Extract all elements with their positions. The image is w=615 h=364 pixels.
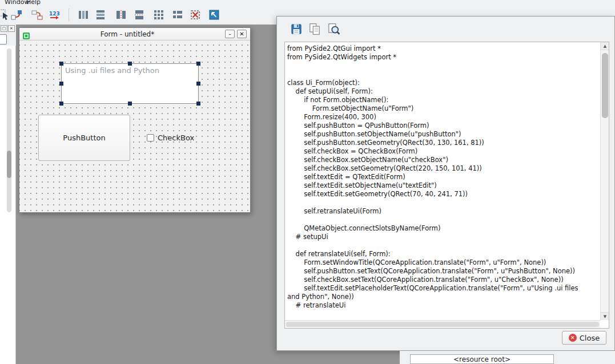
code-line: self.checkBox.setObjectName(u"checkBox") <box>287 156 600 164</box>
form-editor-window: Form - untitled* - ✕ Using .ui files and… <box>19 27 251 213</box>
dock-float-icon[interactable]: ▢ <box>1 25 7 32</box>
textedit-placeholder: Using .ui files and Python <box>62 64 198 77</box>
code-line: # setupUi <box>287 233 600 241</box>
minimize-button[interactable]: - <box>225 30 235 38</box>
code-view[interactable]: from PySide2.QtGui import *from PySide2.… <box>284 42 609 329</box>
selection-handle[interactable] <box>196 62 200 66</box>
qt-designer-window: Window Help 123 ▢ ✕ Form - untitled* - ✕… <box>0 0 615 364</box>
toolbar-separator <box>69 9 69 21</box>
code-line: # retranslateUi <box>287 301 600 310</box>
code-preview-dialog: from PySide2.QtGui import *from PySide2.… <box>276 16 615 351</box>
form-window-title: Form - untitled* <box>30 30 225 38</box>
menu-window[interactable]: Window <box>5 0 29 6</box>
pushbutton-label: PushButton <box>63 134 105 142</box>
code-line <box>287 241 600 250</box>
svg-text:123: 123 <box>49 11 60 17</box>
resource-root-label: <resource root> <box>453 355 511 363</box>
selection-handle[interactable] <box>128 102 132 106</box>
code-line: self.pushButton = QPushButton(Form) <box>287 122 600 130</box>
layout-grid-icon[interactable] <box>151 7 166 22</box>
code-line: Form.setObjectName(u"Form") <box>287 104 600 113</box>
selection-handle[interactable] <box>196 82 200 86</box>
tab-order-icon[interactable]: 123 <box>47 7 62 22</box>
resource-browser-panel: <resource root> <box>400 351 615 364</box>
code-line: QMetaObject.connectSlotsByName(Form) <box>287 224 600 233</box>
textedit-widget[interactable]: Using .ui files and Python <box>61 63 199 104</box>
edit-buddies-icon[interactable] <box>30 7 45 22</box>
code-line <box>287 62 600 70</box>
code-line: Form.setWindowTitle(QCoreApplication.tra… <box>287 258 600 267</box>
checkbox-widget[interactable]: CheckBox <box>147 126 204 149</box>
scroll-up-icon[interactable]: ▲ <box>601 42 609 50</box>
layout-horizontal-splitter-icon[interactable] <box>114 7 128 22</box>
layout-form-icon[interactable] <box>170 7 185 22</box>
horizontal-scrollbar[interactable] <box>285 320 600 328</box>
checkbox-indicator[interactable] <box>147 134 154 141</box>
code-line <box>287 199 600 207</box>
break-layout-icon[interactable] <box>188 7 203 22</box>
scrollbar-thumb[interactable] <box>602 53 608 118</box>
menubar: Window Help <box>0 0 615 5</box>
pushbutton-widget[interactable]: PushButton <box>38 115 130 161</box>
code-line: from PySide2.QtGui import * <box>287 45 600 53</box>
copy-icon[interactable] <box>307 22 322 37</box>
code-line: Form.resize(400, 300) <box>287 113 600 122</box>
code-line: self.checkBox.setGeometry(QRect(220, 150… <box>287 164 600 173</box>
code-line: self.checkBox = QCheckBox(Form) <box>287 147 600 156</box>
save-icon[interactable] <box>289 22 304 37</box>
resource-root-item[interactable]: <resource root> <box>410 354 554 364</box>
dialog-close-button[interactable]: ✕ Close <box>562 331 606 345</box>
form-canvas[interactable]: Using .ui files and Python PushButton Ch… <box>19 41 250 212</box>
adjust-size-icon[interactable] <box>207 7 222 22</box>
scrollbar-thumb[interactable] <box>7 151 11 178</box>
selection-handle[interactable] <box>128 62 132 66</box>
dialog-toolbar <box>277 17 614 39</box>
scroll-down-icon[interactable]: ▼ <box>601 312 609 320</box>
selection-handle[interactable] <box>59 102 63 106</box>
checkbox-label: CheckBox <box>158 134 194 142</box>
menu-help[interactable]: Help <box>26 0 41 6</box>
edit-signals-slots-icon[interactable] <box>9 7 24 22</box>
layout-horizontal-icon[interactable] <box>76 7 91 22</box>
code-line: def retranslateUi(self, Form): <box>287 250 600 258</box>
code-line: self.pushButton.setGeometry(QRect(30, 13… <box>287 139 600 147</box>
code-line: self.textEdit = QTextEdit(Form) <box>287 173 600 181</box>
dock-close-icon[interactable]: ✕ <box>8 25 15 32</box>
code-line: self.retranslateUi(Form) <box>287 207 600 216</box>
layout-vertical-icon[interactable] <box>93 7 108 22</box>
selection-handle[interactable] <box>59 62 63 66</box>
form-window-titlebar[interactable]: Form - untitled* - ✕ <box>19 28 250 41</box>
code-line: self.textEdit.setObjectName(u"textEdit") <box>287 181 600 190</box>
widget-filter-input[interactable] <box>0 34 7 45</box>
selection-handle[interactable] <box>59 82 63 86</box>
vertical-scrollbar[interactable]: ▲ ▼ <box>600 42 609 320</box>
code-line <box>287 70 600 79</box>
code-line: class Ui_Form(object): <box>287 79 600 87</box>
scrollbar-thumb[interactable] <box>286 322 599 327</box>
widget-box-panel: ▢ ✕ <box>0 25 16 364</box>
find-icon[interactable] <box>326 22 341 37</box>
code-text: from PySide2.QtGui import *from PySide2.… <box>285 45 600 319</box>
form-window-icon <box>23 31 30 38</box>
code-line: def setupUi(self, Form): <box>287 87 600 96</box>
code-line: self.pushButton.setText(QCoreApplication… <box>287 267 600 276</box>
code-line: if not Form.objectName(): <box>287 96 600 104</box>
code-line: self.textEdit.setPlaceholderText(QCoreAp… <box>287 284 600 293</box>
widget-box-scrollbar[interactable] <box>7 48 11 212</box>
code-line: self.pushButton.setObjectName(u"pushButt… <box>287 130 600 139</box>
code-line: from PySide2.QtWidgets import * <box>287 53 600 62</box>
layout-vertical-splitter-icon[interactable] <box>132 7 147 22</box>
selection-handle[interactable] <box>196 102 200 106</box>
close-button[interactable]: ✕ <box>237 30 247 38</box>
code-line <box>287 216 600 224</box>
code-line: self.textEdit.setGeometry(QRect(70, 40, … <box>287 190 600 199</box>
code-line: and Python", None)) <box>287 293 600 301</box>
close-button-label: Close <box>580 334 600 342</box>
code-line: self.checkBox.setText(QCoreApplication.t… <box>287 276 600 284</box>
dialog-close-icon: ✕ <box>569 334 577 342</box>
